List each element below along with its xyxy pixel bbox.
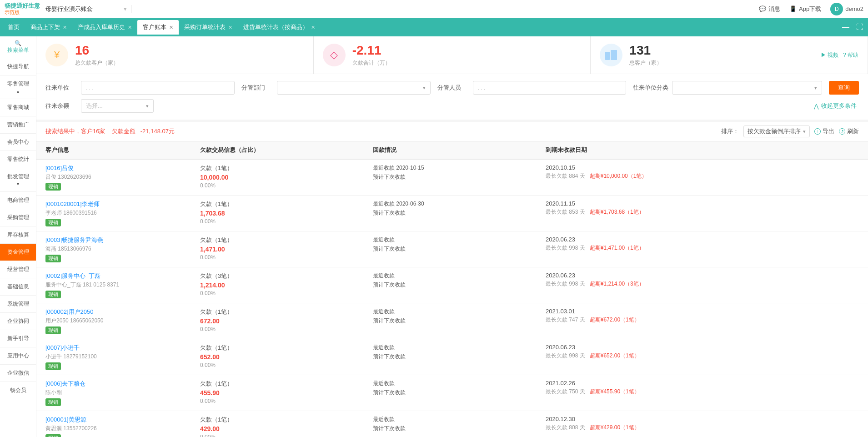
tab-product-shelf[interactable]: 商品上下架 ✕ (25, 20, 72, 35)
collapse-btn[interactable]: ⋀ 收起更多条件 (812, 100, 859, 112)
tab-minimize-btn[interactable]: — (840, 22, 852, 32)
customer-name[interactable]: [0002]服务中心_丁磊 (45, 272, 200, 280)
results-bar: 搜索结果中，客户16家 欠款金额 -21,148.07元 排序： 按欠款金额倒序… (36, 122, 868, 141)
customer-name[interactable]: [000001]黄思源 (45, 416, 200, 424)
tab-purchase-order[interactable]: 采购订单统计表 ✕ (179, 20, 238, 35)
overdue-link[interactable]: 超期¥455.90（1笔） (590, 388, 640, 395)
due-info: 2020.06.23 最长欠款 998 天 超期¥1,471.00（1笔） (546, 236, 859, 252)
export-btn[interactable]: ↑ 导出 (814, 127, 834, 136)
chevron-down-icon: ▾ (803, 129, 806, 135)
sort-select[interactable]: 按欠款金额倒序排序 ▾ (743, 126, 810, 137)
tab-close-customer-account[interactable]: ✕ (169, 25, 173, 30)
sidebar-item-member-center[interactable]: 会员中心 (0, 134, 36, 151)
customer-name[interactable]: [0016]吕俊 (45, 164, 200, 172)
tab-close-product-history[interactable]: ✕ (128, 25, 132, 30)
customer-name[interactable]: [000002]用户2050 (45, 308, 200, 316)
sidebar-item-system-mgmt[interactable]: 系统管理 (0, 296, 36, 313)
debt-amount: 10,000.00 (200, 174, 373, 181)
customer-info: [0001020001]李老师 李老师 18600391516 现销 (45, 200, 200, 226)
table-row: [0016]吕俊 吕俊 13026203696 现销 欠款（1笔） 10,000… (36, 160, 868, 196)
tab-close-product-shelf[interactable]: ✕ (63, 25, 67, 30)
sidebar-item-operations[interactable]: 经营管理 (0, 261, 36, 278)
sidebar-item-purchase-mgmt[interactable]: 采购管理 (0, 209, 36, 226)
customer-sub: 海燕 18513066976 (45, 245, 200, 253)
overdue-link[interactable]: 超期¥652.00（1笔） (590, 352, 640, 359)
sidebar-item-inventory[interactable]: 库存核算 (0, 226, 36, 244)
overdue-link[interactable]: 超期¥1,214.00（3笔） (590, 281, 644, 287)
unit-category-select[interactable]: ▾ (672, 81, 822, 95)
overdue-link[interactable]: 超期¥10,000.00（1笔） (590, 173, 647, 179)
sidebar-item-marketing[interactable]: 营销推广 (0, 116, 36, 134)
sidebar-item-basic-info[interactable]: 基础信息 (0, 278, 36, 296)
chevron-down-icon: ▾ (423, 85, 426, 91)
tab-customer-account[interactable]: 客户账本 ✕ (137, 20, 179, 35)
due-detail: 最长欠款 747 天 超期¥672.00（1笔） (546, 316, 859, 324)
debt-count: 欠款（1笔） (200, 416, 373, 424)
sidebar-item-app-center[interactable]: 应用中心 (0, 347, 36, 365)
debt-count: 欠款（3笔） (200, 272, 373, 280)
customer-name[interactable]: [0007]小进千 (45, 344, 200, 352)
user-avatar-btn[interactable]: D demo2 (830, 3, 863, 15)
store-selector[interactable]: 母婴行业演示账套 ▾ (41, 5, 132, 13)
balance-label: 往来余额 (45, 102, 77, 110)
tab-maximize-btn[interactable]: ⛶ (854, 22, 866, 32)
sidebar-item-vip-member[interactable]: 畅会员 (0, 382, 36, 399)
col-header-debt: 欠款交易信息（占比） (200, 146, 373, 154)
stat-card-arrears-amount: ◇ -2.11 欠款合计（万） (314, 36, 591, 74)
debt-count: 欠款（1笔） (200, 200, 373, 208)
overdue-link[interactable]: 超期¥429.00（1笔） (590, 424, 640, 431)
chevron-down-icon: ▾ (814, 85, 817, 91)
source-unit-input[interactable]: ... (81, 81, 235, 95)
tab-close-purchase-order[interactable]: ✕ (228, 25, 232, 30)
tab-home[interactable]: 首页 (2, 20, 25, 35)
tab-inventory-stats[interactable]: 进货单统计表（按商品） ✕ (238, 20, 321, 35)
dept-select[interactable]: ▾ (277, 81, 431, 95)
sidebar-item-finance[interactable]: 资金管理 (0, 244, 36, 261)
customer-name[interactable]: [0001020001]李老师 (45, 200, 200, 208)
tab-close-inventory-stats[interactable]: ✕ (311, 25, 315, 30)
message-icon: 💬 (759, 5, 766, 12)
sidebar-item-ecommerce[interactable]: 电商管理 (0, 192, 36, 209)
message-btn[interactable]: 💬 消息 (759, 5, 780, 13)
sidebar-item-quick-nav[interactable]: 快捷导航 (0, 58, 36, 75)
customer-sub: 服务中心_丁磊 181 0125 8371 (45, 281, 200, 289)
dept-label: 分管部门 (241, 84, 273, 92)
due-detail: 最长欠款 998 天 超期¥652.00（1笔） (546, 352, 859, 360)
play-icon: ▶ (821, 52, 826, 58)
due-date: 2020.06.23 (546, 272, 859, 279)
video-link[interactable]: ▶ 视频 (821, 51, 838, 59)
customer-info: [0006]去下粮仓 陈小刚 现销 (45, 380, 200, 406)
app-container: 畅捷通好生意 示范版 母婴行业演示账套 ▾ 💬 消息 📱 App下载 D dem… (0, 0, 868, 437)
customer-name[interactable]: [0003]畅捷服务尹海燕 (45, 236, 200, 244)
stat-card-total-customers: 131 总客户（家） ▶ 视频 ? 帮助 (591, 36, 868, 74)
due-info: 2020.06.23 最长欠款 998 天 超期¥1,214.00（3笔） (546, 272, 859, 288)
customer-sub: 黄思源 13552700226 (45, 425, 200, 432)
table-row: [000002]用户2050 用户2050 18665062050 现销 欠款（… (36, 303, 868, 339)
customer-name[interactable]: [0006]去下粮仓 (45, 380, 200, 388)
search-button[interactable]: 查询 (829, 81, 859, 95)
sidebar-item-retail-stats[interactable]: 零售统计 (0, 151, 36, 168)
due-date: 2020.11.15 (546, 200, 859, 207)
sidebar-item-batch-mgmt[interactable]: 批发管理 ▾ (0, 168, 36, 192)
overdue-link[interactable]: 超期¥1,471.00（1笔） (590, 245, 644, 251)
filter-unit-category: 往来单位分类 ▾ (633, 81, 822, 95)
sidebar-item-new-guide[interactable]: 新手引导 (0, 330, 36, 347)
unit-category-label: 往来单位分类 (633, 84, 668, 92)
person-input[interactable]: ... (473, 81, 627, 95)
help-link[interactable]: ? 帮助 (843, 51, 858, 59)
sidebar-item-enterprise-wechat[interactable]: 企业微信 (0, 365, 36, 382)
balance-select[interactable]: 选择... ▾ (81, 99, 154, 113)
store-dropdown-icon: ▾ (124, 5, 127, 12)
sidebar-item-retail-mall[interactable]: 零售商城 (0, 99, 36, 116)
tab-product-history[interactable]: 产成品入库单历史 ✕ (72, 20, 137, 35)
payment-next: 预计下次收款 (373, 353, 546, 361)
filter-row-2: 往来余额 选择... ▾ ⋀ 收起更多条件 (45, 99, 859, 113)
sidebar-search[interactable]: 🔍 搜索菜单 (0, 36, 36, 58)
chevron-down-icon: ▾ (146, 103, 149, 109)
overdue-link[interactable]: 超期¥1,703.68（1笔） (590, 209, 644, 215)
refresh-btn[interactable]: ↺ 刷新 (839, 127, 859, 136)
overdue-link[interactable]: 超期¥672.00（1笔） (590, 316, 640, 323)
sidebar-item-retail-mgmt[interactable]: 零售管理 ▴ (0, 75, 36, 99)
app-download-btn[interactable]: 📱 App下载 (789, 5, 821, 13)
sidebar-item-enterprise-collab[interactable]: 企业协同 (0, 313, 36, 330)
